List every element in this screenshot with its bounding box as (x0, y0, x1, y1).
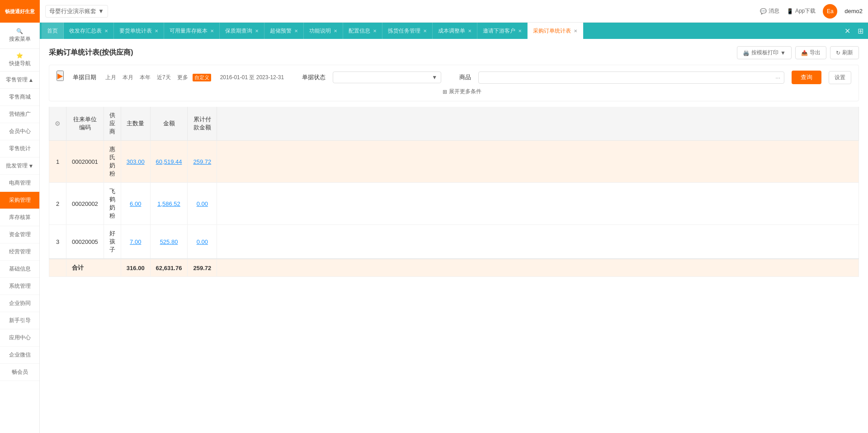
sidebar-item-purchase[interactable]: 采购管理 (0, 192, 39, 209)
tab-requisition-stats[interactable]: 要货单统计表 ✕ (114, 23, 164, 39)
th-code: 往来单位编码 (66, 107, 104, 141)
goods-input[interactable] (482, 74, 775, 81)
tab-config-info[interactable]: 配置信息 ✕ (343, 23, 382, 39)
td-index: 2 (49, 183, 66, 225)
shortcut-this-month[interactable]: 本月 (121, 73, 135, 82)
settings-button[interactable]: 设置 (829, 71, 851, 84)
close-icon[interactable]: ✕ (104, 29, 108, 33)
tab-home[interactable]: 首页 (42, 23, 64, 39)
sidebar-item-retail-mall[interactable]: 零售商城 (0, 89, 39, 106)
sidebar-item-retail[interactable]: 零售管理 ▲ (0, 71, 39, 89)
goods-filter-label: 商品 (459, 73, 471, 81)
shortcut-last-7-days[interactable]: 近7天 (155, 73, 173, 82)
message-button[interactable]: 💬 消息 (760, 7, 779, 15)
tab-maximize-button[interactable]: ⊞ (855, 25, 866, 37)
sidebar-item-new-guide[interactable]: 新手引导 (0, 312, 39, 329)
close-icon[interactable]: ✕ (373, 29, 377, 33)
amount-link[interactable]: 1,586.52 (157, 200, 180, 207)
more-icon[interactable]: ··· (775, 74, 780, 81)
td-amount: 525.80 (150, 225, 188, 259)
sidebar-item-system[interactable]: 系统管理 (0, 278, 39, 295)
tab-overstock-warning[interactable]: 超储预警 ✕ (264, 23, 304, 39)
message-icon: 💬 (760, 8, 767, 14)
quantity-link[interactable]: 303.00 (127, 158, 145, 165)
td-footer-quantity: 316.00 (121, 259, 150, 277)
sidebar-item-member-program[interactable]: 畅会员 (0, 364, 39, 381)
query-button[interactable]: 查询 (792, 71, 821, 84)
app-download-button[interactable]: 📱 App下载 (787, 7, 816, 15)
quantity-link[interactable]: 6.00 (130, 200, 141, 207)
paid-link[interactable]: 0.00 (197, 200, 208, 207)
close-icon[interactable]: ✕ (294, 29, 298, 33)
search-menu-button[interactable]: 🔍 搜索菜单 (3, 26, 37, 45)
refresh-button[interactable]: ↻ 刷新 (830, 46, 859, 59)
sidebar-item-ecommerce[interactable]: 电商管理 (0, 175, 39, 192)
tab-label: 成本调整单 (438, 27, 465, 35)
print-icon: 🖨️ (743, 50, 750, 56)
shortcut-this-year[interactable]: 本年 (138, 73, 152, 82)
tab-pick-task[interactable]: 拣货任务管理 ✕ (382, 23, 433, 39)
filter-collapse-button[interactable]: ▶ (57, 71, 64, 81)
shortcut-last-month[interactable]: 上月 (104, 73, 118, 82)
sidebar-item-label: 基础信息 (9, 265, 31, 273)
export-button[interactable]: 📤 导出 (795, 46, 826, 59)
td-footer-empty (49, 259, 66, 277)
close-icon[interactable]: ✕ (423, 29, 427, 33)
sidebar-item-basic-info[interactable]: 基础信息 (0, 261, 39, 278)
sidebar-item-label: 新手引导 (9, 317, 31, 324)
close-icon[interactable]: ✕ (210, 29, 214, 33)
tab-invite-downstream[interactable]: 邀请下游客户 ✕ (477, 23, 528, 39)
sidebar-item-app-center[interactable]: 应用中心 (0, 329, 39, 347)
tab-warranty-query[interactable]: 保质期查询 ✕ (220, 23, 264, 39)
download-icon: 📱 (787, 8, 793, 14)
sidebar-item-finance[interactable]: 资金管理 (0, 226, 39, 243)
sidebar-item-enterprise-wechat[interactable]: 企业微信 (0, 347, 39, 364)
close-icon[interactable]: ✕ (334, 29, 337, 33)
sidebar-item-label: 批发管理 ▼ (6, 162, 34, 170)
sidebar-item-batch[interactable]: 批发管理 ▼ (0, 157, 39, 175)
tab-cost-adjust[interactable]: 成本调整单 ✕ (433, 23, 477, 39)
sidebar-item-operations[interactable]: 经营管理 (0, 243, 39, 261)
expand-more-button[interactable]: ⊞ 展开更多条件 (443, 88, 481, 95)
close-icon[interactable]: ✕ (155, 29, 158, 33)
workspace-selector[interactable]: 母婴行业演示账套 ▼ (45, 5, 108, 18)
sidebar-item-retail-stats[interactable]: 零售统计 (0, 140, 39, 157)
status-select[interactable]: ▼ (333, 71, 441, 83)
td-code: 00020001 (66, 141, 104, 183)
paid-link[interactable]: 259.72 (193, 158, 211, 165)
sidebar-item-marketing[interactable]: 营销推广 (0, 106, 39, 123)
shortcut-more[interactable]: 更多 (175, 73, 190, 82)
td-paid: 0.00 (188, 225, 217, 259)
close-icon[interactable]: ✕ (518, 29, 522, 33)
tab-close-all-button[interactable]: ✕ (842, 25, 853, 37)
sidebar-item-label: 零售商城 (9, 93, 31, 101)
expand-icon: ▲ (28, 77, 34, 83)
amount-link[interactable]: 525.80 (160, 238, 178, 245)
data-table: ⚙ 往来单位编码 供应商 主数量 金额 累计付款金额 1 00020001 (49, 107, 859, 277)
sidebar-item-member[interactable]: 会员中心 (0, 123, 39, 140)
close-icon[interactable]: ✕ (468, 29, 472, 33)
td-amount: 1,586.52 (150, 183, 188, 225)
quantity-link[interactable]: 7.00 (130, 238, 141, 245)
user-avatar[interactable]: Ea (823, 4, 837, 19)
table-row: 1 00020001 惠氏奶粉 303.00 60,519.44 259.72 (49, 141, 859, 183)
tab-function-desc[interactable]: 功能说明 ✕ (304, 23, 343, 39)
tab-available-stock[interactable]: 可用量库存账本 ✕ (164, 23, 220, 39)
amount-link[interactable]: 60,519.44 (156, 158, 182, 165)
sidebar-item-inventory[interactable]: 库存核算 (0, 209, 39, 226)
print-button[interactable]: 🖨️ 按模板打印 ▼ (737, 46, 792, 59)
dropdown-icon: ▼ (98, 8, 104, 14)
expand-down-icon: ⊞ (443, 89, 447, 95)
tab-receive-summary[interactable]: 收发存汇总表 ✕ (64, 23, 114, 39)
sidebar-item-label: 资金管理 (9, 231, 31, 238)
tab-purchase-order-stats[interactable]: 采购订单统计表 ✕ (528, 23, 583, 39)
paid-link[interactable]: 0.00 (197, 238, 208, 245)
sidebar-item-enterprise[interactable]: 企业协同 (0, 295, 39, 312)
sidebar-item-label: 畅会员 (12, 368, 28, 376)
column-settings-icon[interactable]: ⚙ (55, 120, 61, 127)
th-extra (217, 107, 859, 141)
quick-nav-button[interactable]: ⭐ 快捷导航 (0, 49, 39, 71)
td-quantity: 6.00 (121, 183, 150, 225)
close-icon[interactable]: ✕ (255, 29, 259, 33)
close-icon[interactable]: ✕ (574, 29, 577, 33)
